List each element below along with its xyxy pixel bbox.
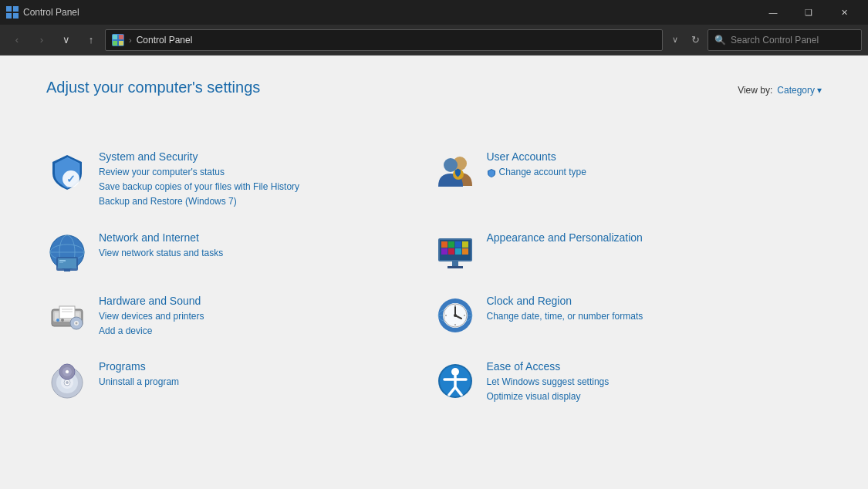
svg-point-61 [66, 381, 69, 384]
close-button[interactable]: ✕ [826, 0, 862, 25]
user-accounts-link-1[interactable]: Change account type [499, 165, 586, 180]
up-button[interactable]: ↑ [80, 29, 102, 51]
title-bar-left: Control Panel [6, 6, 79, 19]
system-security-link-2[interactable]: Save backup copies of your files with Fi… [99, 180, 434, 194]
address-field[interactable]: › Control Panel [105, 29, 663, 51]
system-security-icon: ✓ [46, 150, 88, 192]
svg-rect-18 [58, 258, 76, 268]
categories-grid: ✓ System and Security Review your comput… [46, 141, 822, 416]
svg-point-64 [66, 369, 69, 373]
clock-region-title[interactable]: Clock and Region [487, 295, 822, 307]
clock-region-content: Clock and Region Change date, time, or n… [487, 295, 822, 324]
view-by-dropdown[interactable]: Category ▾ [777, 85, 822, 96]
svg-rect-25 [448, 241, 454, 248]
svg-rect-31 [462, 248, 468, 255]
search-box[interactable]: 🔍 Search Control Panel [708, 29, 862, 51]
programs-title[interactable]: Programs [99, 360, 434, 373]
svg-rect-4 [113, 35, 117, 39]
ease-of-access-content: Ease of Access Let Windows suggest setti… [487, 360, 822, 404]
appearance-content: Appearance and Personalization [487, 231, 822, 246]
ease-of-access-title[interactable]: Ease of Access [487, 360, 822, 373]
ease-of-access-link-2[interactable]: Optimize visual display [487, 390, 822, 404]
network-internet-title[interactable]: Network and Internet [99, 231, 434, 244]
clock-region-link-1[interactable]: Change date, time, or number formats [487, 309, 822, 324]
recent-locations-button[interactable]: ∨ [56, 29, 77, 51]
svg-rect-28 [441, 248, 448, 255]
system-security-link-3[interactable]: Backup and Restore (Windows 7) [99, 194, 434, 209]
category-user-accounts: User Accounts Change account type [434, 141, 822, 219]
programs-link-1[interactable]: Uninstall a program [99, 375, 434, 390]
address-dropdown-button[interactable]: ∨ [666, 31, 684, 49]
network-internet-content: Network and Internet View network status… [99, 231, 434, 261]
svg-rect-33 [448, 266, 463, 268]
svg-rect-30 [455, 248, 461, 255]
svg-rect-21 [59, 262, 63, 263]
clock-region-icon [434, 295, 476, 336]
hardware-sound-link-2[interactable]: Add a device [99, 324, 434, 339]
network-internet-icon [46, 231, 88, 273]
category-network-internet: Network and Internet View network status… [46, 222, 434, 282]
hardware-sound-title[interactable]: Hardware and Sound [99, 295, 434, 307]
breadcrumb-separator: › [129, 35, 132, 45]
appearance-title[interactable]: Appearance and Personalization [487, 231, 822, 244]
view-by-label: View by: [738, 85, 772, 96]
system-security-title[interactable]: System and Security [99, 150, 434, 163]
svg-rect-37 [59, 306, 75, 319]
category-clock-region: Clock and Region Change date, time, or n… [434, 285, 822, 348]
app-icon [6, 6, 19, 19]
svg-rect-5 [119, 35, 123, 39]
forward-button[interactable]: › [31, 29, 52, 51]
user-accounts-title[interactable]: User Accounts [487, 150, 822, 163]
view-by-control: Adjust your computer's settings View by:… [46, 79, 822, 120]
shield-small-icon [487, 168, 496, 177]
search-placeholder: Search Control Panel [731, 35, 819, 46]
system-security-link-1[interactable]: Review your computer's status [99, 165, 434, 180]
category-appearance: Appearance and Personalization [434, 222, 822, 282]
svg-rect-2 [6, 13, 12, 19]
svg-rect-6 [113, 41, 117, 46]
svg-rect-20 [59, 260, 66, 261]
svg-rect-27 [462, 241, 468, 248]
minimize-button[interactable]: — [755, 0, 791, 25]
page-title: Adjust your computer's settings [46, 79, 260, 96]
refresh-button[interactable]: ↻ [686, 31, 704, 49]
title-bar: Control Panel — ❑ ✕ [0, 0, 868, 25]
hardware-sound-icon [46, 295, 88, 336]
svg-rect-7 [119, 41, 123, 46]
svg-rect-29 [448, 248, 454, 255]
appearance-icon [434, 231, 476, 273]
svg-rect-26 [455, 241, 461, 248]
category-programs: Programs Uninstall a program [46, 351, 434, 413]
svg-rect-3 [13, 13, 19, 19]
network-internet-link-1[interactable]: View network status and tasks [99, 246, 434, 261]
svg-point-43 [56, 319, 59, 322]
ease-of-access-icon [434, 360, 476, 402]
maximize-button[interactable]: ❑ [791, 0, 826, 25]
programs-content: Programs Uninstall a program [99, 360, 434, 390]
svg-point-52 [454, 314, 457, 317]
svg-rect-0 [6, 6, 12, 12]
breadcrumb-text: Control Panel [137, 35, 193, 46]
svg-point-42 [76, 322, 78, 324]
system-security-content: System and Security Review your computer… [99, 150, 434, 210]
svg-rect-1 [13, 6, 19, 12]
svg-rect-32 [452, 261, 458, 266]
hardware-sound-link-1[interactable]: View devices and printers [99, 309, 434, 324]
user-accounts-icon [434, 150, 476, 192]
address-right-controls: ∨ ↻ [666, 31, 704, 49]
address-bar: ‹ › ∨ ↑ › Control Panel ∨ ↻ 🔍 Search Con… [0, 25, 868, 56]
view-by: View by: Category ▾ [738, 85, 822, 96]
window-controls: — ❑ ✕ [755, 0, 862, 25]
category-ease-of-access: Ease of Access Let Windows suggest setti… [434, 351, 822, 413]
back-button[interactable]: ‹ [6, 29, 28, 51]
ease-of-access-link-1[interactable]: Let Windows suggest settings [487, 375, 822, 390]
address-icon [112, 34, 124, 46]
svg-rect-24 [441, 241, 448, 248]
window-title: Control Panel [23, 7, 79, 18]
hardware-sound-content: Hardware and Sound View devices and prin… [99, 295, 434, 339]
main-content: Adjust your computer's settings View by:… [0, 56, 868, 489]
category-hardware-sound: Hardware and Sound View devices and prin… [46, 285, 434, 348]
programs-icon [46, 360, 88, 402]
svg-rect-19 [64, 269, 70, 271]
category-system-security: ✓ System and Security Review your comput… [46, 141, 434, 219]
